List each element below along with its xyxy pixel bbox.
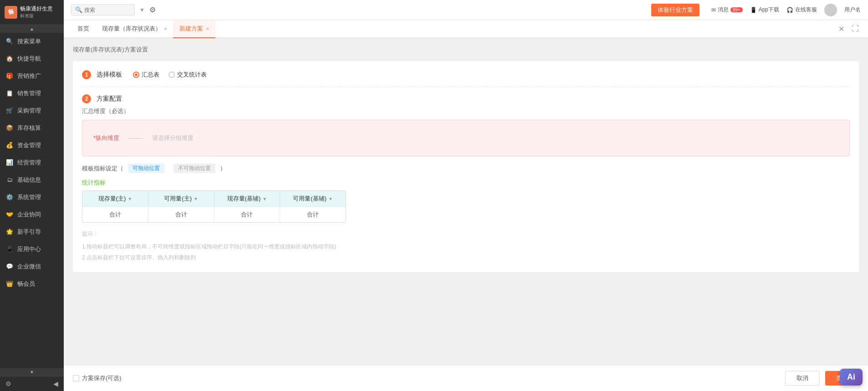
stats-table: 现存量(主) ▼ 可用量(主) ▼ 现存量(基辅) ▼ 可用量(基辅) [82,190,346,223]
stats-cell-0-3: 合计 [280,207,346,222]
member-icon: 👑 [5,280,14,288]
logo-text: 畅康通好生意 标准版 [20,5,53,19]
settings-icon[interactable]: ⚙ [5,380,11,387]
app-download-btn[interactable]: 📱 App下载 [750,6,779,14]
audio-icon[interactable]: ◀ [53,380,58,387]
content-area: 现存量(库存状况表)方案设置 1 选择模板 汇总表 交叉统计表 [64,38,868,365]
summary-dimension-label: 汇总维度（必选） [82,107,850,115]
tip-item-0: 1.拖动标题栏可以调整布局，不可跨维度或指标区域拖动栏目字段(只能在同一维度或指… [82,241,850,252]
tab-inventory-status[interactable]: 现存量（库存状况表） × [96,20,173,38]
step2-badge: 2 [82,94,91,103]
sidebar-item-system[interactable]: ⚙️ 系统管理 [0,189,64,206]
bottom-bar: 方案保存(可选) 取消 查询 [64,365,868,391]
marketing-icon: 🎁 [5,72,14,80]
step1-row: 1 选择模板 汇总表 交叉统计表 [82,70,850,79]
stats-cell-0-1: 合计 [148,207,214,222]
tip-text-0: 1.拖动标题栏可以调整布局，不可跨维度或指标区域拖动栏目字段(只能在同一维度或指… [82,241,336,252]
search-box[interactable]: 🔍 [71,4,135,15]
sidebar-item-marketing[interactable]: 🎁 营销推广 [0,67,64,85]
sidebar-item-label: 企业协同 [17,211,41,219]
stats-col-1-label: 可用量(主) [164,195,192,203]
sidebar-item-search-menu[interactable]: 🔍 搜索菜单 [0,33,64,50]
non-draggable-tag: 不可拖动位置 [174,164,215,173]
sidebar-item-label: 库存核算 [17,124,41,132]
message-badge: 99+ [730,7,743,12]
save-checkbox[interactable] [73,375,79,381]
dim-placeholder[interactable]: 请选择分组维度 [152,134,194,142]
message-icon: ✉ [711,7,716,13]
tabs-right: ✕ ⛶ [837,25,861,33]
sidebar-item-quick-nav[interactable]: 🏠 快捷导航 [0,50,64,67]
app-center-icon: 📱 [5,245,14,253]
step1-title: 选择模板 [97,71,122,79]
sidebar-item-member[interactable]: 👑 畅会员 [0,275,64,293]
stats-col-3-label: 可用量(基辅) [293,195,327,203]
sidebar-item-app-center[interactable]: 📱 应用中心 [0,241,64,258]
stats-col-3[interactable]: 可用量(基辅) ▼ [280,191,346,206]
sidebar-item-wechat[interactable]: 💬 企业微信 [0,258,64,275]
tab-new-plan-close[interactable]: × [206,26,209,31]
tab-fullscreen-btn[interactable]: ⛶ [850,25,861,33]
stats-col-0-label: 现存量(主) [98,195,126,203]
sidebar-item-basic-info[interactable]: 🗂 基础信息 [0,171,64,189]
sidebar-item-label: 营销推广 [17,72,41,80]
stats-col-0[interactable]: 现存量(主) ▼ [82,191,148,206]
sidebar-item-label: 畅会员 [17,280,35,288]
stats-section: 统计指标 现存量(主) ▼ 可用量(主) ▼ 现存量(基辅) [82,179,850,223]
radio-crosstab-dot [168,72,175,78]
sidebar-item-label: 采购管理 [17,107,41,115]
search-icon: 🔍 [75,6,82,13]
username-label: 用户名 [844,6,861,14]
stats-col-2-label: 现存量(基辅) [227,195,261,203]
indicator-suffix: ） [220,165,226,173]
indicator-setting-row: 模板指标设定（ 可拖动位置 不可拖动位置 ） [82,164,850,173]
sidebar-scroll-up[interactable]: ▲ [0,25,64,33]
stats-col-1[interactable]: 可用量(主) ▼ [148,191,214,206]
dropdown-icon[interactable]: ▼ [139,7,145,13]
sidebar-item-sales[interactable]: 📋 销售管理 [0,85,64,102]
sidebar-scroll-down[interactable]: ▼ [0,368,64,376]
message-btn[interactable]: ✉ 消息 99+ [711,6,743,14]
sidebar-item-label: 销售管理 [17,89,41,98]
tab-close-btn[interactable]: ✕ [837,25,846,33]
sidebar-item-cooperation[interactable]: 🤝 企业协同 [0,206,64,223]
dim-line: —— [128,134,143,142]
app-download-icon: 📱 [750,7,757,13]
tips-title: 提示： [82,228,850,239]
divider-1 [82,87,850,87]
sales-icon: 📋 [5,89,14,98]
template-radio-group: 汇总表 交叉统计表 [133,71,207,79]
system-icon: ⚙️ [5,193,14,201]
radio-crosstab[interactable]: 交叉统计表 [168,71,207,79]
stats-col-2[interactable]: 现存量(基辅) ▼ [214,191,281,206]
quick-nav-icon: 🏠 [5,55,14,63]
tab-home[interactable]: 首页 [71,20,96,38]
tab-new-plan[interactable]: 新建方案 × [173,20,215,38]
main-area: 🔍 ▼ ⚙ 体验行业方案 ✉ 消息 99+ 📱 App下载 🎧 在线客服 用户名 [64,0,868,391]
radio-summary[interactable]: 汇总表 [133,71,159,79]
search-input[interactable] [84,7,130,13]
sidebar-item-inventory[interactable]: 📦 库存核算 [0,119,64,137]
radio-summary-label: 汇总表 [142,71,159,79]
trial-btn[interactable]: 体验行业方案 [651,4,700,16]
tab-new-plan-label: 新建方案 [179,25,203,33]
cancel-button[interactable]: 取消 [785,371,820,386]
ai-badge[interactable]: Ai [840,369,863,386]
tab-inventory-status-close[interactable]: × [164,26,167,31]
tips-section: 提示： 1.拖动标题栏可以调整布局，不可跨维度或指标区域拖动栏目字段(只能在同一… [82,228,850,263]
settings-card: 1 选择模板 汇总表 交叉统计表 2 方案配置 [73,61,859,272]
basic-info-icon: 🗂 [5,176,14,184]
topbar-settings-icon[interactable]: ⚙ [149,5,156,14]
draggable-tag: 可拖动位置 [128,164,164,173]
topbar: 🔍 ▼ ⚙ 体验行业方案 ✉ 消息 99+ 📱 App下载 🎧 在线客服 用户名 [64,0,868,20]
customer-service-btn[interactable]: 🎧 在线客服 [786,6,817,14]
tab-home-label: 首页 [77,25,89,33]
sidebar-item-purchase[interactable]: 🛒 采购管理 [0,102,64,119]
sidebar-item-new-guide[interactable]: 🌟 新手引导 [0,223,64,241]
stats-cell-0-0: 合计 [82,207,148,222]
save-check-label[interactable]: 方案保存(可选) [73,374,122,382]
avatar[interactable] [824,4,837,16]
sidebar-item-finance[interactable]: 💰 资金管理 [0,137,64,154]
save-check-text: 方案保存(可选) [82,374,122,382]
sidebar-item-operations[interactable]: 📊 经营管理 [0,154,64,171]
